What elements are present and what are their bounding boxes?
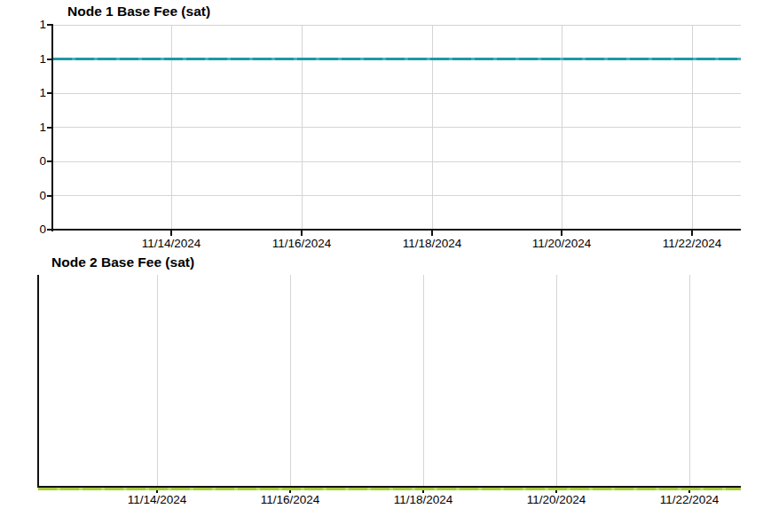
y-tick-label: 1: [21, 120, 46, 136]
x-tick-label: 11/20/2024: [522, 236, 602, 251]
x-tick-label: 11/16/2024: [250, 492, 330, 507]
gridline-vertical: [562, 25, 562, 230]
chart2-y-axis-line: [37, 275, 39, 488]
chart1-y-axis-line: [51, 25, 53, 231]
chart1-title: Node 1 Base Fee (sat): [67, 4, 210, 20]
gridline-horizontal: [53, 195, 741, 196]
gridline-vertical: [692, 25, 693, 230]
chart1-x-axis-line: [51, 229, 741, 231]
gridline-vertical: [290, 275, 291, 486]
x-tick-label: 11/14/2024: [131, 236, 211, 251]
gridline-vertical: [171, 25, 172, 230]
gridline-vertical: [302, 25, 303, 230]
chart2-title: Node 2 Base Fee (sat): [51, 254, 194, 270]
y-tick-label: 1: [21, 85, 46, 101]
x-tick-label: 11/22/2024: [652, 236, 732, 251]
y-tick-label: 1: [21, 17, 46, 33]
node2-series-line: [38, 488, 741, 490]
y-tick-label: 0: [21, 222, 46, 238]
x-tick-label: 11/18/2024: [392, 236, 472, 251]
gridline-horizontal: [53, 25, 741, 26]
gridline-horizontal: [53, 161, 741, 162]
gridline-vertical: [689, 275, 690, 486]
gridline-horizontal: [53, 93, 741, 94]
node1-series-line: [53, 58, 741, 60]
gridline-vertical: [157, 275, 158, 486]
chart2-plot-area: [38, 275, 739, 486]
x-tick-label: 11/14/2024: [117, 492, 197, 507]
gridline-horizontal: [53, 127, 741, 128]
gridline-vertical: [423, 275, 424, 486]
y-tick-label: 1: [21, 51, 46, 67]
charts-page: Node 1 Base Fee (sat) 1 1 1 1 0 0 0 11/1…: [0, 0, 763, 532]
y-tick-label: 0: [21, 153, 46, 169]
x-tick-label: 11/20/2024: [516, 492, 596, 507]
gridline-vertical: [432, 25, 433, 230]
y-tick-label: 0: [21, 188, 46, 204]
gridline-vertical: [556, 275, 557, 486]
x-tick-label: 11/16/2024: [262, 236, 342, 251]
x-tick-label: 11/22/2024: [649, 492, 729, 507]
x-tick-label: 11/18/2024: [383, 492, 463, 507]
